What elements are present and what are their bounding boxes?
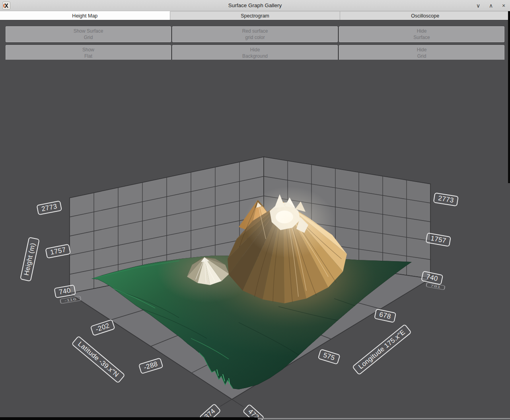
screen-edge-strip bbox=[508, 11, 510, 183]
x11-logo-icon bbox=[2, 2, 10, 10]
window-title: Surface Graph Gallery bbox=[0, 2, 510, 8]
tab-oscilloscope[interactable]: Oscilloscope bbox=[340, 11, 510, 20]
show-surface-grid-button[interactable]: Show Surface Grid bbox=[6, 26, 171, 42]
maximize-icon[interactable]: ∧ bbox=[488, 0, 494, 11]
hide-background-button[interactable]: Hide Background bbox=[172, 45, 338, 61]
title-bar: Surface Graph Gallery ∨ ∧ × bbox=[0, 0, 510, 11]
summit-glow bbox=[244, 186, 335, 258]
tab-spectrogram[interactable]: Spectrogram bbox=[170, 11, 341, 20]
surface-plot[interactable]: -116 781 2773 1757 740 Height (m) 2773 1… bbox=[0, 60, 510, 420]
minimize-icon[interactable]: ∨ bbox=[475, 0, 481, 11]
toolbar: Show Surface Grid Red surface grid color… bbox=[0, 20, 510, 61]
bottom-edge-line bbox=[258, 418, 510, 419]
show-flat-button[interactable]: Show Flat bbox=[6, 45, 171, 61]
close-icon[interactable]: × bbox=[500, 0, 507, 11]
tab-height-map[interactable]: Height Map bbox=[0, 11, 170, 20]
window-controls: ∨ ∧ × bbox=[475, 0, 507, 11]
hide-grid-button[interactable]: Hide Grid bbox=[339, 45, 504, 61]
bottom-edge-bar bbox=[0, 417, 258, 420]
tab-bar: Height Map Spectrogram Oscilloscope bbox=[0, 11, 510, 20]
hide-surface-button[interactable]: Hide Surface bbox=[339, 26, 504, 42]
surface-grid-color-button[interactable]: Red surface grid color bbox=[172, 26, 338, 42]
